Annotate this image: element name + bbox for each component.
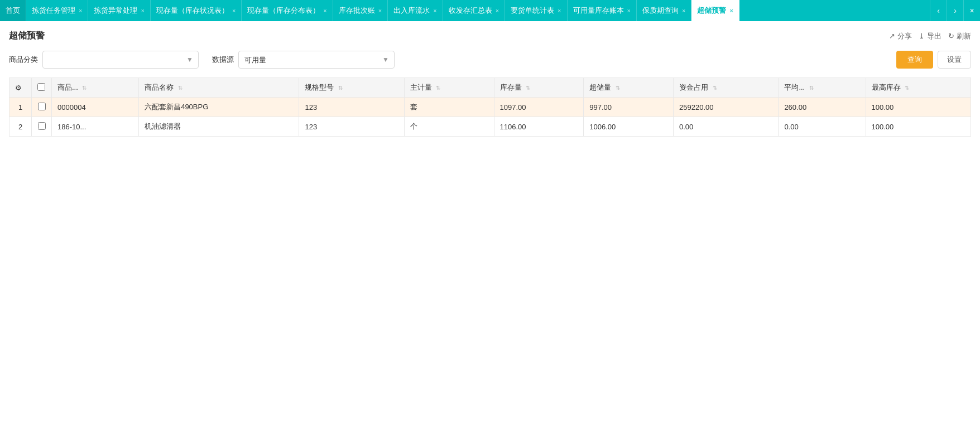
nav-item-exception[interactable]: 拣货异常处理 ×: [88, 0, 150, 21]
row-overstock: 1006.00: [584, 117, 674, 137]
nav-prev-button[interactable]: ‹: [930, 0, 947, 21]
row-max-stock: 100.00: [866, 117, 971, 137]
page-content: 超储预警 ↗ 分享 ⤓ 导出 ↻ 刷新 商品分类 ▼: [0, 21, 980, 446]
page-title: 超储预警: [9, 30, 45, 42]
row-max-stock: 100.00: [866, 98, 971, 117]
col-avg[interactable]: 平均... ⇅: [779, 78, 866, 98]
col-max-stock[interactable]: 最高库存 ⇅: [866, 78, 971, 98]
table-header: ⚙ 商品... ⇅ 商品名称 ⇅ 规格型号 ⇅ 主计量: [9, 78, 971, 98]
row-unit: 个: [404, 117, 494, 137]
nav-item-stock-status[interactable]: 现存量（库存状况表） ×: [151, 0, 242, 21]
query-button[interactable]: 查询: [896, 51, 933, 69]
row-avg: 260.00: [779, 98, 866, 117]
table-row[interactable]: 1 0000004 六配套新昌490BPG 123 套 1097.00 997.…: [9, 98, 971, 117]
share-icon: ↗: [889, 32, 895, 40]
datasource-label: 数据源: [212, 55, 234, 65]
nav-item-available-stock[interactable]: 可用量库存账本 ×: [568, 0, 637, 21]
row-checkbox-cell[interactable]: [32, 98, 52, 117]
nav-next-button[interactable]: ›: [947, 0, 963, 21]
category-select-wrapper: ▼: [42, 51, 199, 69]
top-navigation: 首页 拣货任务管理 × 拣货异常处理 × 现存量（库存状况表） × 现存量（库存…: [0, 0, 980, 21]
settings-button[interactable]: 设置: [938, 51, 971, 69]
row-checkbox-cell[interactable]: [32, 117, 52, 137]
sort-icon-code: ⇅: [82, 85, 87, 91]
close-tab-3[interactable]: ×: [232, 7, 236, 14]
close-tab-10[interactable]: ×: [682, 7, 685, 14]
nav-item-flow[interactable]: 出入库流水 ×: [388, 0, 443, 21]
row-code: 0000004: [52, 98, 139, 117]
nav-arrows-container: ‹ › ×: [930, 0, 980, 21]
row-unit: 套: [404, 98, 494, 117]
close-tab-2[interactable]: ×: [141, 7, 144, 14]
col-capital[interactable]: 资金占用 ⇅: [674, 78, 779, 98]
close-tab-6[interactable]: ×: [433, 7, 436, 14]
col-unit[interactable]: 主计量 ⇅: [404, 78, 494, 98]
refresh-button[interactable]: ↻ 刷新: [948, 31, 971, 41]
sort-icon-overstock: ⇅: [616, 85, 620, 91]
sort-icon-max-stock: ⇅: [905, 85, 909, 91]
export-icon: ⤓: [919, 32, 925, 40]
nav-item-summary[interactable]: 收发存汇总表 ×: [443, 0, 505, 21]
col-code[interactable]: 商品... ⇅: [52, 78, 139, 98]
col-name[interactable]: 商品名称 ⇅: [139, 78, 299, 98]
table-row[interactable]: 2 186-10... 机油滤清器 123 个 1106.00 1006.00 …: [9, 117, 971, 137]
share-button[interactable]: ↗ 分享: [889, 31, 912, 41]
row-code: 186-10...: [52, 117, 139, 137]
row-capital: 0.00: [674, 117, 779, 137]
datasource-select[interactable]: 可用量 库存量: [238, 51, 395, 69]
sort-icon-name: ⇅: [178, 85, 182, 91]
nav-item-stock-dist[interactable]: 现存量（库存分布表） ×: [242, 0, 333, 21]
datasource-filter-group: 数据源 可用量 库存量 ▼: [212, 51, 395, 69]
row-index: 1: [9, 98, 32, 117]
nav-item-expiry[interactable]: 保质期查询 ×: [637, 0, 691, 21]
row-checkbox[interactable]: [38, 103, 46, 110]
row-index: 2: [9, 117, 32, 137]
nav-item-home[interactable]: 首页: [0, 0, 26, 21]
col-select-all[interactable]: [32, 78, 52, 98]
col-spec[interactable]: 规格型号 ⇅: [299, 78, 404, 98]
close-tab-8[interactable]: ×: [558, 7, 561, 14]
table-body: 1 0000004 六配套新昌490BPG 123 套 1097.00 997.…: [9, 98, 971, 137]
nav-item-order-stats[interactable]: 要货单统计表 ×: [505, 0, 567, 21]
nav-item-task-management[interactable]: 拣货任务管理 ×: [26, 0, 88, 21]
category-filter-group: 商品分类 ▼: [9, 51, 199, 69]
category-label: 商品分类: [9, 55, 38, 65]
row-checkbox[interactable]: [38, 122, 46, 130]
nav-close-all-button[interactable]: ×: [963, 0, 980, 21]
row-spec: 123: [299, 117, 404, 137]
gear-icon: ⚙: [15, 84, 22, 92]
data-table: ⚙ 商品... ⇅ 商品名称 ⇅ 规格型号 ⇅ 主计量: [9, 77, 971, 137]
refresh-icon: ↻: [948, 32, 954, 40]
row-name: 六配套新昌490BPG: [139, 98, 299, 117]
close-tab-4[interactable]: ×: [323, 7, 326, 14]
close-tab-1[interactable]: ×: [79, 7, 82, 14]
select-all-checkbox[interactable]: [37, 83, 45, 91]
row-stock: 1106.00: [494, 117, 584, 137]
row-overstock: 997.00: [584, 98, 674, 117]
sort-icon-spec: ⇅: [338, 85, 343, 91]
header-actions: ↗ 分享 ⤓ 导出 ↻ 刷新: [889, 31, 971, 41]
close-tab-9[interactable]: ×: [627, 7, 631, 14]
filter-actions: 查询 设置: [896, 51, 971, 69]
col-settings[interactable]: ⚙: [9, 78, 32, 98]
row-avg: 0.00: [779, 117, 866, 137]
col-stock[interactable]: 库存量 ⇅: [494, 78, 584, 98]
page-header: 超储预警 ↗ 分享 ⤓ 导出 ↻ 刷新: [9, 30, 971, 42]
nav-item-batch[interactable]: 库存批次账 ×: [333, 0, 388, 21]
export-button[interactable]: ⤓ 导出: [919, 31, 941, 41]
sort-icon-avg: ⇅: [809, 85, 814, 91]
close-tab-7[interactable]: ×: [496, 7, 499, 14]
category-select[interactable]: [42, 51, 199, 69]
nav-item-overstock[interactable]: 超储预警 ×: [691, 0, 739, 21]
sort-icon-stock: ⇅: [526, 85, 530, 91]
row-capital: 259220.00: [674, 98, 779, 117]
col-overstock[interactable]: 超储量 ⇅: [584, 78, 674, 98]
row-name: 机油滤清器: [139, 117, 299, 137]
row-spec: 123: [299, 98, 404, 117]
datasource-select-wrapper: 可用量 库存量 ▼: [238, 51, 395, 69]
sort-icon-unit: ⇅: [436, 85, 440, 91]
close-tab-5[interactable]: ×: [378, 7, 382, 14]
row-stock: 1097.00: [494, 98, 584, 117]
filter-row: 商品分类 ▼ 数据源 可用量 库存量 ▼ 查询 设置: [9, 51, 971, 69]
close-tab-11[interactable]: ×: [729, 7, 733, 14]
